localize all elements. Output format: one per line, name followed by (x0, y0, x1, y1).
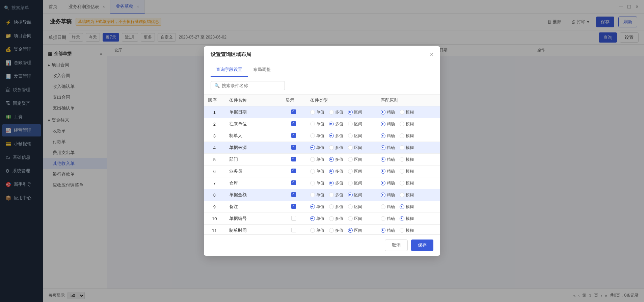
checkbox-checked[interactable] (291, 157, 296, 161)
radio-type-single[interactable]: 单值 (310, 145, 324, 151)
radio-match-precise[interactable]: 精确 (381, 169, 395, 174)
radio-match-fuzzy[interactable]: 模糊 (400, 228, 414, 233)
radio-type-single[interactable]: 单值 (310, 204, 324, 210)
radio-match-fuzzy[interactable]: 模糊 (400, 157, 414, 162)
radio-match-fuzzy[interactable]: 模糊 (400, 121, 414, 127)
radio-label: 单值 (316, 228, 324, 233)
radio-type-single[interactable]: 单值 (310, 157, 324, 162)
radio-match-fuzzy[interactable]: 模糊 (400, 133, 414, 139)
table-row[interactable]: 10单据编号单值多值区间精确模糊 (204, 213, 440, 225)
radio-type-single[interactable]: 单值 (310, 109, 324, 115)
radio-type-range[interactable]: 区间 (348, 109, 362, 115)
table-row[interactable]: 6业务员单值多值区间精确模糊 (204, 166, 440, 177)
radio-type-multiple[interactable]: 多值 (329, 228, 343, 233)
radio-match-fuzzy[interactable]: 模糊 (400, 192, 414, 198)
radio-match-precise[interactable]: 精确 (381, 109, 395, 115)
radio-match-precise[interactable]: 精确 (381, 180, 395, 186)
radio-match-precise[interactable]: 精确 (381, 133, 395, 139)
cell-show[interactable] (281, 154, 306, 166)
modal-tab-layout[interactable]: 布局调整 (248, 63, 276, 77)
radio-type-range[interactable]: 区间 (348, 145, 362, 151)
radio-type-single[interactable]: 单值 (310, 121, 324, 127)
modal: 设置查询区域布局 × 查询字段设置 布局调整 🔍 顺序 条件名称 显示 条件类型 (204, 46, 440, 256)
radio-type-multiple[interactable]: 多值 (329, 145, 343, 151)
radio-match-precise[interactable]: 精确 (381, 121, 395, 127)
radio-label: 单值 (316, 169, 324, 174)
radio-type-multiple[interactable]: 多值 (329, 216, 343, 222)
radio-type-range[interactable]: 区间 (348, 192, 362, 198)
radio-type-multiple[interactable]: 多值 (329, 180, 343, 186)
modal-close-button[interactable]: × (430, 51, 433, 58)
cell-show[interactable] (281, 177, 306, 189)
table-row[interactable]: 2往来单位单值多值区间精确模糊 (204, 118, 440, 130)
table-row[interactable]: 7仓库单值多值区间精确模糊 (204, 177, 440, 189)
radio-type-range[interactable]: 区间 (348, 180, 362, 186)
radio-type-range[interactable]: 区间 (348, 228, 362, 233)
checkbox-checked[interactable] (291, 169, 296, 173)
radio-type-single[interactable]: 单值 (310, 192, 324, 198)
cell-show[interactable] (281, 213, 306, 225)
modal-tab-query-fields[interactable]: 查询字段设置 (211, 63, 248, 77)
radio-type-range[interactable]: 区间 (348, 216, 362, 222)
radio-type-multiple[interactable]: 多值 (329, 204, 343, 210)
cell-show[interactable] (281, 225, 306, 235)
modal-save-button[interactable]: 保存 (411, 240, 433, 251)
radio-match-fuzzy[interactable]: 模糊 (400, 204, 414, 210)
radio-type-multiple[interactable]: 多值 (329, 121, 343, 127)
radio-type-range[interactable]: 区间 (348, 133, 362, 139)
cell-show[interactable] (281, 118, 306, 130)
radio-type-multiple[interactable]: 多值 (329, 133, 343, 139)
checkbox-checked[interactable] (291, 133, 296, 138)
radio-dot-selected (310, 145, 315, 150)
checkbox-checked[interactable] (291, 204, 296, 209)
checkbox-checked[interactable] (291, 180, 296, 185)
table-row[interactable]: 4单据来源单值多值区间精确模糊 (204, 142, 440, 154)
table-row[interactable]: 8单据金额单值多值区间精确模糊 (204, 189, 440, 201)
radio-type-range[interactable]: 区间 (348, 204, 362, 210)
radio-type-multiple[interactable]: 多值 (329, 157, 343, 162)
table-row[interactable]: 5部门单值多值区间精确模糊 (204, 154, 440, 166)
radio-type-range[interactable]: 区间 (348, 169, 362, 174)
radio-type-single[interactable]: 单值 (310, 180, 324, 186)
radio-match-precise[interactable]: 精确 (381, 204, 395, 210)
table-row[interactable]: 9备注单值多值区间精确模糊 (204, 201, 440, 213)
cell-show[interactable] (281, 142, 306, 154)
search-input[interactable] (222, 83, 281, 88)
cell-show[interactable] (281, 106, 306, 118)
table-row[interactable]: 11制单时间单值多值区间精确模糊 (204, 225, 440, 235)
radio-match-precise[interactable]: 精确 (381, 216, 395, 222)
table-row[interactable]: 3制单人单值多值区间精确模糊 (204, 130, 440, 142)
radio-match-precise[interactable]: 精确 (381, 192, 395, 198)
cell-show[interactable] (281, 201, 306, 213)
radio-type-range[interactable]: 区间 (348, 157, 362, 162)
radio-match-fuzzy[interactable]: 模糊 (400, 169, 414, 174)
radio-match-precise[interactable]: 精确 (381, 228, 395, 233)
checkbox-checked[interactable] (291, 121, 296, 126)
radio-match-precise[interactable]: 精确 (381, 145, 395, 151)
radio-type-range[interactable]: 区间 (348, 121, 362, 127)
checkbox-unchecked[interactable] (291, 228, 296, 232)
radio-match-precise[interactable]: 精确 (381, 157, 395, 162)
radio-type-multiple[interactable]: 多值 (329, 192, 343, 198)
radio-type-single[interactable]: 单值 (310, 216, 324, 222)
radio-match-fuzzy[interactable]: 模糊 (400, 216, 414, 222)
checkbox-checked[interactable] (291, 145, 296, 150)
radio-match-fuzzy[interactable]: 模糊 (400, 109, 414, 115)
cancel-button[interactable]: 取消 (385, 240, 408, 251)
radio-match-fuzzy[interactable]: 模糊 (400, 180, 414, 186)
radio-match-fuzzy[interactable]: 模糊 (400, 145, 414, 151)
table-row[interactable]: 1单据日期单值多值区间精确模糊 (204, 106, 440, 118)
cell-show[interactable] (281, 166, 306, 177)
modal-title: 设置查询区域布局 (211, 51, 251, 58)
cell-show[interactable] (281, 130, 306, 142)
checkbox-checked[interactable] (291, 109, 296, 114)
radio-type-single[interactable]: 单值 (310, 133, 324, 139)
radio-dot (400, 181, 404, 185)
radio-type-single[interactable]: 单值 (310, 169, 324, 174)
checkbox-unchecked[interactable] (291, 216, 296, 221)
radio-type-multiple[interactable]: 多值 (329, 169, 343, 174)
cell-show[interactable] (281, 189, 306, 201)
radio-type-multiple[interactable]: 多值 (329, 109, 343, 115)
checkbox-checked[interactable] (291, 192, 296, 197)
radio-type-single[interactable]: 单值 (310, 228, 324, 233)
